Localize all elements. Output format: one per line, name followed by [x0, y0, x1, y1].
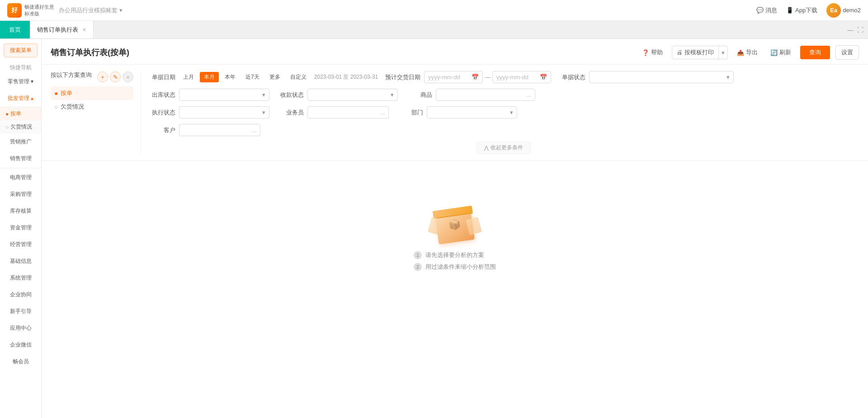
sidebar-item-ecommerce[interactable]: 电商管理 [0, 169, 41, 186]
filter-scheme-follow[interactable]: ● 按单 [51, 86, 133, 100]
top-bar-left: 好 畅捷通好生意 标准版 办公用品行业模拟账套 ▾ [7, 3, 123, 18]
avatar: Ea [826, 3, 841, 18]
filter-scheme-receivable[interactable]: ○ 欠货情况 [51, 100, 133, 114]
sidebar-nav-title: 快捷导航 [0, 61, 41, 73]
sidebar-item-newbie[interactable]: 新手引导 [0, 303, 41, 320]
tab-maximize-icon[interactable]: ⛶ [857, 26, 863, 33]
doc-status-select[interactable]: ▾ [589, 71, 734, 83]
filter-layout: 按以下方案查询 + ✎ « ● 按单 [51, 71, 859, 154]
calendar-end-icon: 📅 [540, 74, 547, 81]
settings-btn[interactable]: 设置 [835, 45, 859, 60]
tab-bar: 首页 销售订单执行表 × — ⛶ [0, 21, 868, 39]
last7-btn[interactable]: 近7天 [241, 72, 264, 82]
filter-sidebar-header: 按以下方案查询 + ✎ « [51, 71, 133, 83]
tab-home[interactable]: 首页 [0, 21, 30, 38]
step-num-1: 1 [414, 251, 422, 259]
calendar-icon: 📅 [472, 74, 479, 81]
salesperson-label: 业务员 [277, 109, 304, 117]
filter-main: 单据日期 上月 本月 本年 近7天 更多 自定义 2023-03-01 至 20… [141, 71, 859, 154]
sidebar-item-basic[interactable]: 基础信息 [0, 253, 41, 270]
print-main[interactable]: 🖨 按模板打印 [672, 46, 719, 59]
filter-group-doc-status: 单据状态 ▾ [558, 71, 734, 83]
help-btn[interactable]: ❓ 帮助 [638, 47, 666, 58]
dept-select[interactable]: ▾ [427, 106, 517, 119]
print-btn[interactable]: 🖨 按模板打印 ▾ [672, 46, 728, 59]
empty-step-1: 1 请先选择要分析的方案 [414, 251, 496, 259]
sidebar-item-retail[interactable]: 零售管理 ▾ [0, 73, 41, 90]
goods-placeholder: ... [526, 91, 531, 98]
out-status-select[interactable]: ▾ [179, 89, 269, 101]
empty-illustration: 📦 [428, 197, 482, 242]
app-download-btn[interactable]: 📱 App下载 [786, 6, 817, 14]
goods-label: 商品 [405, 91, 432, 99]
receipt-status-select[interactable]: ▾ [307, 89, 398, 101]
sidebar-item-wholesale[interactable]: 批发管理 ▴ [0, 90, 41, 107]
exec-status-arrow-icon: ▾ [262, 109, 265, 116]
export-btn[interactable]: 📤 导出 [733, 47, 761, 58]
custom-btn[interactable]: 自定义 [286, 72, 311, 82]
logo-icon: 好 [7, 3, 22, 18]
tab-minimize-icon[interactable]: — [847, 26, 854, 33]
filter-group-customer: 客户 ... [148, 124, 260, 136]
expected-date-start[interactable]: yyyy-mm-dd 📅 [424, 71, 483, 83]
exec-status-select[interactable]: ▾ [179, 106, 269, 119]
refresh-icon: 🔄 [770, 49, 778, 56]
receivable-icon: ○ [5, 124, 9, 130]
goods-input[interactable]: ... [436, 89, 535, 101]
sidebar-divider-1 [0, 168, 41, 168]
app-download-icon: 📱 [786, 7, 793, 14]
sidebar-search: 搜索菜单 [0, 39, 41, 61]
customer-placeholder: ... [251, 127, 256, 133]
filter-edit-btn[interactable]: ✎ [110, 71, 121, 82]
filter-group-goods: 商品 ... [405, 89, 535, 101]
filter-group-date: 单据日期 上月 本月 本年 近7天 更多 自定义 2023-03-01 至 20… [148, 72, 378, 82]
this-year-btn[interactable]: 本年 [221, 72, 240, 82]
filter-row-3: 执行状态 ▾ 业务员 ... [148, 106, 859, 119]
tab-sales-execute[interactable]: 销售订单执行表 × [30, 21, 94, 38]
sidebar-submenu-item-receivable[interactable]: ○ 欠货情况 [0, 120, 41, 133]
expected-date-end[interactable]: yyyy-mm-dd 📅 [492, 71, 551, 83]
sidebar-item-finance[interactable]: 资金管理 [0, 219, 41, 236]
filter-add-btn[interactable]: + [97, 71, 108, 82]
sidebar-item-marketing[interactable]: 营销推广 [0, 133, 41, 150]
refresh-btn[interactable]: 🔄 刷新 [767, 47, 795, 58]
sidebar-item-inventory[interactable]: 库存核算 [0, 203, 41, 219]
empty-step-2: 2 用过滤条件来缩小分析范围 [414, 263, 496, 271]
sidebar-item-enterprise[interactable]: 企业协同 [0, 286, 41, 303]
help-icon: ❓ [642, 49, 649, 56]
message-icon: 💬 [756, 7, 764, 14]
chevron-up-icon: ▴ [31, 95, 33, 101]
sidebar-item-appstore[interactable]: 应用中心 [0, 320, 41, 337]
username: demo2 [843, 7, 861, 14]
sidebar-item-system[interactable]: 系统管理 [0, 270, 41, 286]
this-month-btn[interactable]: 本月 [200, 72, 219, 82]
sidebar-item-wechat[interactable]: 企业微信 [0, 337, 41, 353]
print-dropdown-arrow[interactable]: ▾ [719, 47, 727, 58]
breadcrumb-text: 办公用品行业模拟账套 [59, 6, 118, 14]
user-area[interactable]: Ea demo2 [826, 3, 861, 18]
salesperson-placeholder: ... [380, 109, 385, 116]
salesperson-input[interactable]: ... [307, 106, 389, 119]
query-btn[interactable]: 查询 [800, 46, 830, 59]
sidebar-item-purchase[interactable]: 采购管理 [0, 186, 41, 203]
doc-status-arrow-icon: ▾ [726, 74, 730, 81]
customer-input[interactable]: ... [179, 124, 260, 136]
sidebar-submenu-item-follow[interactable]: ● 按单 [0, 107, 41, 120]
page-title: 销售订单执行表(按单) [51, 47, 129, 58]
expected-date-label: 预计交货日期 [385, 73, 420, 81]
follow-scheme-icon: ● [54, 90, 58, 97]
out-status-arrow-icon: ▾ [262, 91, 265, 98]
sidebar-item-operation[interactable]: 经营管理 [0, 236, 41, 253]
collapse-more-btn[interactable]: ⋀ 收起更多条件 [476, 142, 531, 154]
last-month-btn[interactable]: 上月 [179, 72, 198, 82]
sidebar-item-member[interactable]: 畅会员 [0, 353, 41, 370]
more-btn[interactable]: 更多 [265, 72, 284, 82]
sidebar-item-sales[interactable]: 销售管理 [0, 150, 41, 167]
sidebar-search-btn[interactable]: 搜索菜单 [4, 43, 38, 57]
message-btn[interactable]: 💬 消息 [756, 6, 777, 14]
logo-text: 畅捷通好生意 标准版 [24, 4, 54, 17]
filter-collapse-sidebar-btn[interactable]: « [123, 71, 133, 82]
step-num-2: 2 [414, 263, 422, 271]
tab-close-icon[interactable]: × [83, 27, 86, 33]
empty-steps: 1 请先选择要分析的方案 2 用过滤条件来缩小分析范围 [414, 251, 496, 271]
